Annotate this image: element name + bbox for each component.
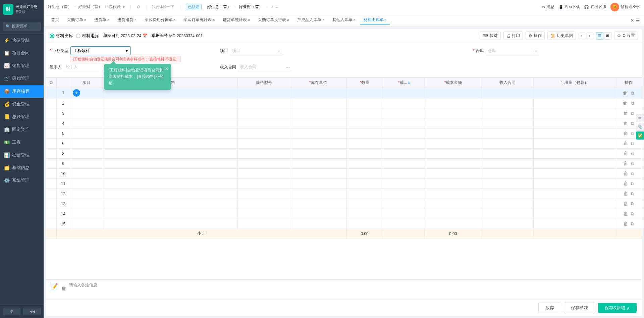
warehouse-dots-icon[interactable]: ···: [533, 48, 537, 53]
app-download-button[interactable]: 📱 App下载: [558, 4, 580, 10]
nav-prev-button[interactable]: ‹: [579, 33, 585, 39]
nav-good-biz[interactable]: 好生意（首）: [207, 4, 231, 10]
column-settings-button[interactable]: ⚙ ⚙ 设置: [614, 32, 638, 40]
sidebar-item-ledger[interactable]: 📒 总账管理: [0, 110, 44, 123]
close-icon[interactable]: ×: [385, 18, 387, 22]
tab-material-out[interactable]: 材料出库单 ×: [360, 16, 390, 24]
sidebar-item-system[interactable]: ⚙️ 系统管理: [0, 174, 44, 187]
table-cell-unit[interactable]: [290, 88, 346, 98]
attachment-button[interactable]: 📎: [636, 123, 644, 131]
copy-row-button[interactable]: ⧉: [630, 90, 636, 97]
tab-goods-return[interactable]: 进货退货 ×: [114, 16, 140, 24]
sidebar-item-salary[interactable]: 💵 工资: [0, 136, 44, 149]
history-button[interactable]: 📜 历史单据: [547, 32, 576, 40]
close-icon[interactable]: ×: [322, 18, 324, 22]
nav-extra-more[interactable]: ＋...: [271, 4, 278, 10]
tab-goods-stats[interactable]: 进货单统计表 ×: [219, 16, 253, 24]
table-cell-spec[interactable]: [237, 88, 290, 98]
delete-row-button[interactable]: 🗑: [622, 110, 629, 116]
table-settings-header[interactable]: ⚙: [46, 78, 57, 88]
sidebar-item-purchase[interactable]: 🛒 采购管理: [0, 72, 44, 85]
delete-row-button[interactable]: 🗑: [622, 210, 629, 217]
nav-link-haoyecai[interactable]: 好业财（首）: [78, 4, 102, 10]
add-row-button[interactable]: +: [73, 89, 80, 97]
tab-purchase-order[interactable]: 采购订单 ×: [64, 16, 90, 24]
radio-material-return[interactable]: 材料退库: [76, 33, 99, 39]
sidebar-item-sales[interactable]: 📈 销售管理: [0, 59, 44, 72]
copy-row-button[interactable]: ⧉: [629, 150, 635, 157]
delete-row-button[interactable]: 🗑: [621, 90, 629, 96]
grid-view-button[interactable]: ⊞: [604, 32, 611, 40]
material-input[interactable]: [106, 91, 235, 95]
save-draft-button[interactable]: 保存草稿: [564, 303, 595, 313]
more-tabs-button[interactable]: ☰: [636, 18, 640, 23]
income-contract-input[interactable]: 收入合同 ···: [238, 63, 292, 71]
copy-row-button[interactable]: ⧉: [629, 140, 635, 147]
close-tab-button[interactable]: ✕: [630, 18, 634, 23]
radio-material-out[interactable]: 材料出库: [50, 33, 73, 39]
nav-next-button[interactable]: ›: [587, 33, 593, 39]
calendar-icon[interactable]: 📅: [143, 34, 148, 38]
settings-gear-icon[interactable]: ⚙: [137, 5, 140, 9]
copy-row-button[interactable]: ⧉: [629, 130, 635, 137]
table-cell-cost-amount[interactable]: [425, 88, 481, 98]
close-icon[interactable]: ×: [84, 18, 86, 22]
copy-row-button[interactable]: ⧉: [629, 190, 635, 197]
copy-row-button[interactable]: ⧉: [629, 220, 635, 227]
copy-row-button[interactable]: ⧉: [629, 170, 635, 177]
delete-row-button[interactable]: 🗑: [622, 190, 629, 197]
notes-input[interactable]: [69, 282, 638, 296]
edit-panel-button[interactable]: ✏: [636, 114, 644, 122]
nav-link-yidaizhang[interactable]: 易代账: [109, 4, 121, 10]
nav-good-finance[interactable]: 好业财（首）: [239, 4, 263, 10]
delete-row-button[interactable]: 🗑: [622, 150, 629, 157]
abandon-button[interactable]: 放弃: [538, 303, 561, 313]
copy-row-button[interactable]: ⧉: [630, 100, 636, 107]
message-button[interactable]: ✉ 消息: [542, 4, 554, 10]
sidebar-item-quick[interactable]: ⚡ 快捷导航: [0, 34, 44, 47]
delete-row-button[interactable]: 🗑: [622, 130, 629, 137]
settings-button[interactable]: ⚙: [3, 308, 20, 315]
project-input[interactable]: 项目 ···: [230, 47, 284, 55]
tooltip-close-button[interactable]: ✕: [165, 66, 168, 72]
copy-row-button[interactable]: ⧉: [629, 210, 635, 217]
tab-purchase-exec[interactable]: 采购订单执行表 ×: [255, 16, 292, 24]
table-cell-cost-price[interactable]: [383, 88, 425, 98]
copy-row-button[interactable]: ⧉: [629, 200, 635, 207]
nav-link-haoshengyi[interactable]: 好生意（首）: [48, 4, 72, 10]
tab-purchase-expense[interactable]: 采购费用分摊单 ×: [141, 16, 179, 24]
sidebar-item-fixed-assets[interactable]: 🏢 固定资产: [0, 123, 44, 136]
delete-row-button[interactable]: 🗑: [622, 220, 629, 227]
tab-home[interactable]: 首页: [48, 16, 62, 24]
close-icon[interactable]: ×: [248, 18, 250, 22]
delete-row-button[interactable]: 🗑: [622, 200, 629, 207]
close-icon[interactable]: ×: [174, 18, 176, 22]
info-icon[interactable]: ℹ: [408, 80, 410, 85]
check-button[interactable]: ✅: [636, 131, 644, 140]
income-contract-dots-icon[interactable]: ···: [286, 64, 290, 70]
copy-row-button[interactable]: ⧉: [629, 120, 635, 127]
table-cell-avail-qty[interactable]: [534, 88, 615, 98]
delete-row-button[interactable]: 🗑: [621, 100, 629, 106]
close-icon[interactable]: ×: [107, 18, 109, 22]
close-icon[interactable]: ×: [213, 18, 215, 22]
tab-purchase-stats[interactable]: 采购订单统计表 ×: [180, 16, 218, 24]
tab-other-in[interactable]: 其他入库单 ×: [329, 16, 359, 24]
online-service-button[interactable]: 🎧 在线客服: [584, 4, 606, 10]
print-button[interactable]: 🖨 打印: [503, 32, 523, 40]
delete-row-button[interactable]: 🗑: [622, 120, 629, 126]
table-cell-qty[interactable]: [346, 88, 383, 98]
quick-key-button[interactable]: ⌨ 快键: [480, 32, 501, 40]
collapse-button[interactable]: ◀◀: [23, 308, 41, 315]
search-menu-button[interactable]: 🔍 搜索菜单: [3, 22, 41, 31]
trial-link[interactable]: 我要体验一下: [152, 4, 174, 9]
user-menu[interactable]: 😊 畅捷通8号:: [610, 3, 640, 11]
delete-row-button[interactable]: 🗑: [622, 170, 629, 177]
delete-row-button[interactable]: 🗑: [622, 140, 629, 147]
sidebar-item-finance[interactable]: 💰 资金管理: [0, 98, 44, 110]
list-view-button[interactable]: ☰: [596, 32, 603, 40]
save-new-button[interactable]: 保存&新增 ∧: [598, 303, 637, 313]
copy-row-button[interactable]: ⧉: [629, 180, 635, 187]
delete-row-button[interactable]: 🗑: [622, 160, 629, 167]
project-dots-icon[interactable]: ···: [278, 48, 282, 53]
